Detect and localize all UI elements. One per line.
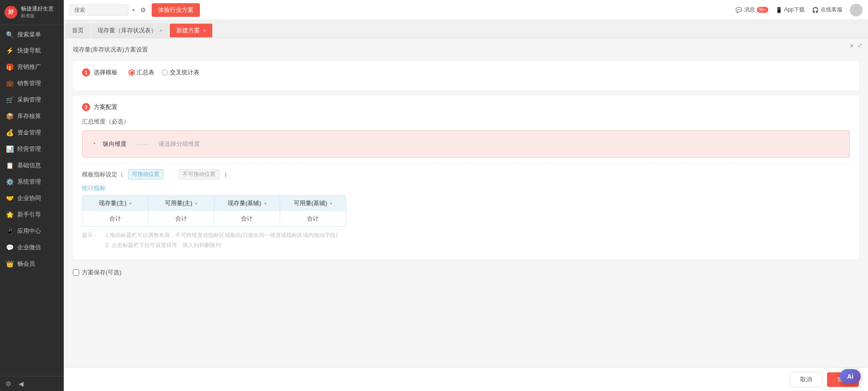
sidebar-item-sales[interactable]: 💼 销售管理 bbox=[0, 75, 64, 92]
volume-icon[interactable]: ◀ bbox=[19, 380, 24, 387]
sidebar-item-app-center[interactable]: 📱 应用中心 bbox=[0, 223, 64, 239]
col-3-chevron-icon[interactable]: ▾ bbox=[330, 201, 332, 206]
step2-header: 2 方案配置 bbox=[82, 103, 850, 111]
col-body-0: 合计 bbox=[82, 211, 148, 226]
tip-text-2 bbox=[82, 242, 104, 248]
tab-inventory-close-icon[interactable]: × bbox=[159, 28, 162, 33]
vertical-dimension-label: 纵向维度 bbox=[103, 140, 127, 148]
sidebar-item-new-guide[interactable]: 🌟 新手引导 bbox=[0, 206, 64, 223]
col-body-3: 合计 bbox=[280, 211, 346, 226]
app-center-icon: 📱 bbox=[5, 227, 14, 235]
col-0-chevron-icon[interactable]: ▾ bbox=[129, 201, 132, 206]
tab-new-scheme-close-icon[interactable]: × bbox=[203, 28, 205, 33]
industry-plan-button[interactable]: 体验行业方案 bbox=[152, 3, 200, 17]
col-header-2[interactable]: 现存量(基辅) ▾ bbox=[214, 196, 281, 211]
topbar-dropdown-icon[interactable]: ▾ bbox=[132, 7, 135, 13]
purchase-label: 采购管理 bbox=[17, 96, 41, 104]
tab-inventory-status[interactable]: 现存量（库存状况表） × bbox=[91, 23, 168, 38]
col-1-chevron-icon[interactable]: ▾ bbox=[195, 201, 197, 206]
required-dimension-area[interactable]: * 纵向维度 —— 请选择分组维度 bbox=[82, 130, 850, 158]
ai-button[interactable]: Ai bbox=[840, 369, 861, 384]
settings-icon[interactable]: ⚙ bbox=[5, 380, 11, 387]
sidebar-item-purchase[interactable]: 🛒 采购管理 bbox=[0, 92, 64, 108]
save-scheme-area: 方案保存(可选) bbox=[73, 265, 859, 280]
wechat-icon: 💬 bbox=[5, 243, 14, 252]
basic-info-icon: 📋 bbox=[5, 161, 14, 170]
col-2-chevron-icon[interactable]: ▾ bbox=[264, 201, 266, 206]
logo-icon: 好 bbox=[5, 6, 17, 19]
sidebar-item-operations[interactable]: 📊 经营管理 bbox=[0, 141, 64, 157]
enterprise-label: 企业协同 bbox=[17, 194, 41, 202]
sidebar-item-inventory[interactable]: 📦 库存核算 bbox=[0, 108, 64, 124]
page-title: 现存量(库存状况表)方案设置 bbox=[73, 46, 859, 54]
tips-section: 提示： 1.拖动标题栏可以调整布局，不可跨维度或指标区域拖动(只能在同一维度或指… bbox=[82, 227, 850, 252]
sidebar-bottom: ⚙ ◀ bbox=[0, 376, 64, 391]
indicator-settings-label: 模板指标设定（ bbox=[82, 170, 123, 179]
search-menu-icon: 🔍 bbox=[5, 31, 14, 39]
col-header-0-label: 现存量(主) bbox=[99, 199, 127, 207]
radio-cross[interactable]: 交叉统计表 bbox=[162, 68, 199, 77]
sidebar-item-quick-nav[interactable]: ⚡ 快捷导航 bbox=[0, 42, 64, 59]
new-guide-label: 新手引导 bbox=[17, 211, 41, 219]
indicator-settings-row: 模板指标设定（ 可拖动位置 不可拖动位置 ） bbox=[82, 169, 850, 180]
cancel-button[interactable]: 取消 bbox=[790, 372, 822, 387]
messages-button[interactable]: 💬 消息 99+ bbox=[735, 6, 768, 14]
dimension-hint: 请选择分组维度 bbox=[158, 140, 200, 148]
radio-summary-circle bbox=[128, 69, 135, 76]
member-icon: 👑 bbox=[5, 260, 14, 268]
messages-label: 消息 bbox=[744, 6, 755, 14]
sidebar-item-basic-info[interactable]: 📋 基础信息 bbox=[0, 157, 64, 174]
sidebar-item-system[interactable]: ⚙️ 系统管理 bbox=[0, 174, 64, 190]
sidebar-item-marketing[interactable]: 🎁 营销推广 bbox=[0, 59, 64, 75]
sidebar-item-wechat[interactable]: 💬 企业微信 bbox=[0, 239, 64, 256]
quick-nav-label: 快捷导航 bbox=[17, 46, 41, 55]
save-scheme-label: 方案保存(可选) bbox=[82, 268, 122, 277]
radio-summary-label: 汇总表 bbox=[137, 68, 154, 77]
sidebar-item-finance[interactable]: 💰 资金管理 bbox=[0, 124, 64, 141]
sidebar-item-search-menu[interactable]: 🔍 搜索菜单 bbox=[0, 27, 64, 42]
sidebar-item-enterprise[interactable]: 🤝 企业协同 bbox=[0, 190, 64, 206]
dialog-close-icon[interactable]: × bbox=[850, 42, 854, 50]
system-label: 系统管理 bbox=[17, 178, 41, 186]
col-header-1[interactable]: 可用量(主) ▾ bbox=[148, 196, 214, 211]
col-header-3-label: 可用量(基辅) bbox=[294, 199, 327, 207]
dialog-maximize-icon[interactable]: ⤢ bbox=[858, 42, 863, 50]
radio-cross-circle bbox=[162, 69, 168, 76]
headset-icon: 🎧 bbox=[812, 7, 819, 13]
radio-summary[interactable]: 汇总表 bbox=[128, 68, 154, 77]
step1-label: 选择模板 bbox=[94, 68, 117, 77]
step1-header: 1 选择模板 汇总表 交叉统计表 bbox=[82, 68, 850, 77]
app-download-label: App下载 bbox=[784, 6, 805, 14]
indicator-table-body: 合计 合计 合计 合计 bbox=[82, 211, 346, 226]
tip-line-2: 2. 点击标题栏下拉可设置排序、插入列和删除列 bbox=[82, 241, 850, 251]
user-avatar[interactable] bbox=[850, 4, 863, 16]
tab-home[interactable]: 首页 bbox=[66, 23, 90, 38]
app-logo: 好 畅捷通好生意 标准版 bbox=[0, 0, 64, 25]
enterprise-icon: 🤝 bbox=[5, 194, 14, 202]
finance-label: 资金管理 bbox=[17, 129, 41, 137]
step1-number: 1 bbox=[82, 68, 90, 77]
col-body-1: 合计 bbox=[148, 211, 214, 226]
col-header-3[interactable]: 可用量(基辅) ▾ bbox=[280, 196, 346, 211]
required-star: * bbox=[93, 141, 96, 148]
tab-new-scheme[interactable]: 新建方案 × bbox=[169, 23, 212, 38]
col-header-0[interactable]: 现存量(主) ▾ bbox=[82, 196, 148, 211]
app-download-button[interactable]: 📱 App下载 bbox=[776, 6, 805, 14]
dimension-dash: —— bbox=[137, 141, 148, 148]
sidebar-item-member[interactable]: 👑 畅会员 bbox=[0, 256, 64, 272]
step2-number: 2 bbox=[82, 103, 90, 111]
marketing-label: 营销推广 bbox=[17, 63, 41, 71]
sidebar-nav: 🔍 搜索菜单 ⚡ 快捷导航 🎁 营销推广 💼 销售管理 🛒 采购管理 📦 库存核… bbox=[0, 25, 64, 376]
message-icon: 💬 bbox=[735, 7, 742, 13]
messages-badge: 99+ bbox=[757, 7, 768, 13]
marketing-icon: 🎁 bbox=[5, 63, 14, 71]
save-scheme-checkbox[interactable] bbox=[73, 269, 79, 276]
app-name-block: 畅捷通好生意 标准版 bbox=[21, 5, 54, 19]
topbar-search-input[interactable] bbox=[69, 5, 128, 15]
topbar-gear-icon[interactable]: ⚙ bbox=[140, 6, 146, 14]
customer-service-label: 在线客服 bbox=[821, 6, 842, 14]
indicator-close-paren: ） bbox=[224, 170, 230, 179]
tip-text-2-content: 2. 点击标题栏下拉可设置排序、插入列和删除列 bbox=[105, 242, 220, 248]
quick-nav-icon: ⚡ bbox=[5, 46, 14, 55]
customer-service-button[interactable]: 🎧 在线客服 bbox=[812, 6, 842, 14]
